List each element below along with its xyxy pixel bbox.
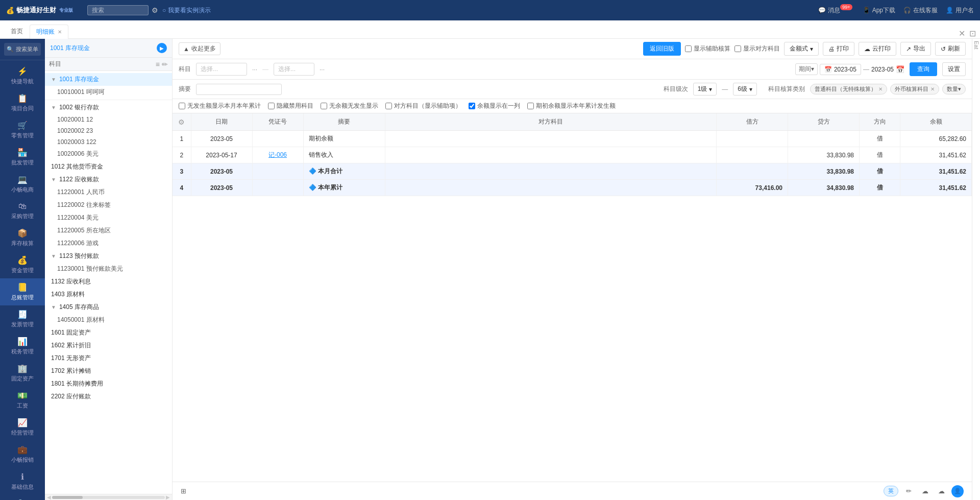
sidebar-item-project[interactable]: 📋 项目合同	[0, 89, 45, 116]
bottom-tool-1[interactable]: ✏	[902, 485, 915, 497]
app-download-btn[interactable]: 📱 App下载	[863, 6, 895, 15]
balance-one-col-input[interactable]	[469, 103, 475, 109]
export-btn[interactable]: ↗ 导出	[900, 42, 931, 56]
tree-item-11220002[interactable]: 11220002 往来标签	[45, 199, 172, 211]
user-profile-btn[interactable]: 👤 用户名	[946, 6, 974, 15]
sidebar-item-purchase[interactable]: 🛍 采购管理	[0, 198, 45, 224]
window-close-icon[interactable]: ✕	[959, 29, 965, 38]
lang-switch-btn[interactable]: 英	[884, 486, 898, 496]
sidebar-item-ecommerce[interactable]: 💻 小畅电商	[0, 171, 45, 198]
tree-item-1602[interactable]: 1602 累计折旧	[45, 339, 172, 352]
sidebar-item-invoice[interactable]: 🧾 发票管理	[0, 305, 45, 332]
search-input[interactable]	[87, 5, 149, 15]
tree-item-10020006[interactable]: 10020006 美元	[45, 148, 172, 160]
query-btn[interactable]: 查询	[910, 62, 937, 76]
sidebar-item-retail[interactable]: 🛒 零售管理	[0, 116, 45, 144]
sidebar-item-wholesale[interactable]: 🏪 批发管理	[0, 144, 45, 171]
scroll-left-icon[interactable]: ◀	[47, 494, 51, 500]
bottom-tool-3[interactable]: ☁	[935, 485, 947, 497]
subject-end-input[interactable]: 选择...	[274, 63, 314, 76]
show-counter-subject-checkbox[interactable]: 显示对方科目	[734, 44, 780, 53]
tag-close-foreign[interactable]: ✕	[930, 86, 935, 92]
tab-home[interactable]: 首页	[4, 24, 30, 38]
counter-subject-checkbox[interactable]: 对方科目（显示辅助项）	[385, 102, 461, 110]
quantity-tag[interactable]: 数量▾	[942, 84, 966, 94]
begin-balance-checkbox[interactable]: 期初余额显示本年累计发生额	[527, 102, 616, 110]
period-start-input[interactable]: 📅 2023-05	[820, 64, 861, 75]
tree-item-11220005[interactable]: 11220005 所在地区	[45, 224, 172, 237]
tab-detail[interactable]: 明细账 ✕	[30, 25, 68, 39]
sidebar-item-fixed-assets[interactable]: 🏢 固定资产	[0, 360, 45, 387]
sidebar-item-capital[interactable]: 💰 资金管理	[0, 251, 45, 278]
col-setting[interactable]: ⚙	[173, 113, 191, 131]
tree-item-1403[interactable]: 1403 原材料	[45, 288, 172, 301]
show-counter-subject-input[interactable]	[734, 45, 741, 52]
tree-item-1012[interactable]: 1012 其他货币资金	[45, 160, 172, 173]
window-expand-icon[interactable]: ⊡	[969, 29, 976, 38]
search-menu-btn[interactable]: 🔍 搜索菜单	[4, 43, 41, 56]
calendar-icon-end[interactable]: 📅	[896, 65, 904, 74]
notification-btn[interactable]: 💬 消息 99+	[818, 6, 854, 15]
tree-item-1132[interactable]: 1132 应收利息	[45, 275, 172, 288]
aux-tag-normal[interactable]: 普通科目（无特殊核算） ✕	[810, 84, 887, 94]
level-end-select[interactable]: 6级 ▾	[733, 83, 757, 96]
list-view-icon[interactable]: ≡	[156, 60, 160, 68]
period-label[interactable]: 期间▾	[795, 63, 818, 75]
return-old-btn[interactable]: 返回旧版	[643, 42, 681, 56]
scroll-right-icon[interactable]: ▶	[166, 494, 170, 500]
no-balance-input[interactable]	[179, 103, 185, 109]
tree-item-11230001[interactable]: 11230001 预付账款美元	[45, 263, 172, 275]
no-zero-balance-checkbox[interactable]: 无余额无发生显示	[321, 102, 378, 110]
tree-item-1601[interactable]: 1601 固定资产	[45, 326, 172, 339]
tree-item-10020003[interactable]: 10020003 122	[45, 136, 172, 148]
refresh-btn[interactable]: ↺ 刷新	[935, 42, 966, 56]
sidebar-item-basic-info[interactable]: ℹ 基础信息	[0, 468, 45, 495]
hide-disabled-checkbox[interactable]: 隐藏禁用科目	[268, 102, 313, 110]
print-btn[interactable]: 🖨 打印	[823, 42, 854, 56]
tree-item-10020001[interactable]: 10020001 12	[45, 114, 172, 125]
tree-item-2202[interactable]: 2202 应付账款	[45, 390, 172, 403]
no-zero-balance-input[interactable]	[321, 103, 327, 109]
bottom-tool-2[interactable]: ☁	[919, 485, 931, 497]
tree-item-1801[interactable]: 1801 长期待摊费用	[45, 377, 172, 390]
show-aux-calc-checkbox[interactable]: 显示辅助核算	[685, 44, 730, 53]
show-aux-calc-input[interactable]	[685, 45, 692, 52]
tab-close-icon[interactable]: ✕	[58, 29, 62, 35]
bottom-home-icon[interactable]: ⊞	[181, 487, 186, 495]
sidebar-item-operations[interactable]: 📈 经营管理	[0, 414, 45, 441]
sidebar-item-tax[interactable]: 📊 税务管理	[0, 332, 45, 360]
sidebar-item-payroll[interactable]: 💵 工资	[0, 387, 45, 414]
voucher-link-2[interactable]: 记-006	[268, 151, 287, 158]
level-start-select[interactable]: 1级 ▾	[693, 83, 717, 96]
tree-item-11220004[interactable]: 11220004 美元	[45, 211, 172, 224]
tree-item-11220006[interactable]: 11220006 游戏	[45, 237, 172, 250]
filter-more-btn[interactable]: ▲ 收起更多	[179, 42, 220, 55]
begin-balance-input[interactable]	[527, 103, 534, 109]
cloud-print-btn[interactable]: ☁ 云打印	[859, 42, 896, 56]
settings-icon[interactable]: ⚙	[152, 6, 158, 14]
sidebar-item-quick-nav[interactable]: ⚡ 快捷导航	[0, 62, 45, 89]
settings-btn[interactable]: 设置	[942, 62, 966, 76]
tree-item-10010001[interactable]: 10010001 呵呵呵	[45, 86, 172, 99]
account-nav-btn[interactable]: ▶	[157, 43, 167, 53]
online-service-btn[interactable]: 🎧 在线客服	[903, 6, 938, 15]
no-balance-checkbox[interactable]: 无发生额显示本月本年累计	[179, 102, 261, 110]
tag-close-normal[interactable]: ✕	[878, 86, 883, 92]
table-setting-icon[interactable]: ⚙	[178, 118, 185, 126]
tree-item-14050001[interactable]: 14050001 原材料	[45, 314, 172, 326]
edit-icon[interactable]: ✏	[162, 60, 168, 68]
counter-subject-input[interactable]	[385, 103, 392, 109]
subject-input[interactable]: 选择...	[196, 63, 247, 76]
money-format-btn[interactable]: 金额式 ▾	[784, 42, 819, 56]
sidebar-item-inventory[interactable]: 📦 库存核算	[0, 224, 45, 251]
bottom-tool-user[interactable]: 👤	[951, 485, 964, 497]
tree-item-1002[interactable]: ▼ 1002 银行存款	[45, 101, 172, 114]
tree-item-1122[interactable]: ▼ 1122 应收账款	[45, 173, 172, 186]
tree-item-1702[interactable]: 1702 累计摊销	[45, 365, 172, 377]
right-panel[interactable]: Eat	[972, 39, 980, 500]
tree-item-1405[interactable]: ▼ 1405 库存商品	[45, 301, 172, 314]
hide-disabled-input[interactable]	[268, 103, 275, 109]
tree-item-1001[interactable]: ▼ 1001 库存现金	[45, 73, 172, 86]
sidebar-item-sales[interactable]: 💼 小畅报销	[0, 441, 45, 468]
tree-item-1123[interactable]: ▼ 1123 预付账款	[45, 250, 172, 263]
